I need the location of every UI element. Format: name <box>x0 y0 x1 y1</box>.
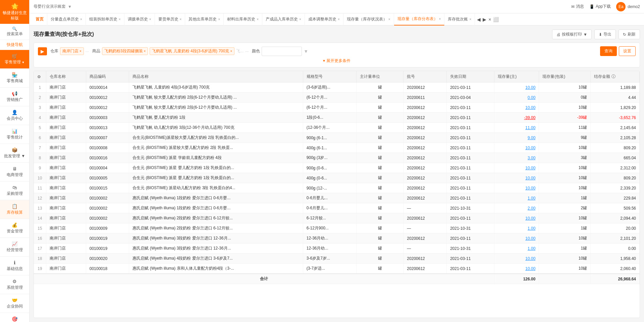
cell-stock-main[interactable]: 10.00 <box>494 183 539 193</box>
nav-tab-chengbentiaozhen[interactable]: 成本调整单历史 × <box>305 13 343 25</box>
warehouse-tag[interactable]: 南岸门店 × <box>60 47 84 55</box>
cell-stock-main[interactable]: 10.00 <box>494 173 539 183</box>
cell-name[interactable]: 惠氏启赋 (Wyeth illuma) 亲和人体儿童配方奶粉4段（3-... <box>129 264 303 274</box>
expand-conditions[interactable]: ▾ 展开更多条件 <box>38 58 636 64</box>
cell-name[interactable]: 惠氏启赋 (Wyeth illuma) 2段奶粉 爱尔兰进口 6-12月较... <box>129 223 303 233</box>
goods-tag-2[interactable]: 飞鹤星飞帆 儿童奶粉 4段(3-6岁适用) 700克 × <box>150 47 234 55</box>
nav-tab-cailiaochuku[interactable]: 材料出库单历史 × <box>224 13 262 25</box>
cell-name[interactable]: 飞鹤星飞帆 较大婴儿配方奶粉 2段(6-12个月婴幼儿适用) ... <box>129 103 303 113</box>
app-download-button[interactable]: 📱 App下载 <box>589 4 611 9</box>
nav-tab-kucunpicizhan[interactable]: 库存批次账 × <box>444 13 475 25</box>
quick-nav-button[interactable]: 快捷导航 <box>0 40 29 50</box>
sidebar-item-retail[interactable]: 🛒 零售管理 ▼ <box>0 50 29 69</box>
cell-name[interactable]: 惠氏启赋 (Wyeth illuma) 2段奶粉 爱尔兰进口 6-12月较... <box>129 213 303 223</box>
cell-stock-main[interactable]: 10.00 <box>494 213 539 223</box>
sidebar-item-inventory[interactable]: 📋 库存核算 <box>0 200 29 219</box>
cell-code: 00100018 <box>86 264 129 274</box>
sidebar-item-retail-stats[interactable]: 📊 零售统计 <box>0 125 29 144</box>
nav-scroll-left[interactable]: ◀ <box>476 17 481 22</box>
cell-stock-main[interactable]: 10.00 <box>494 264 539 274</box>
cell-name[interactable]: 合生元 (BIOSTIME) 派星 婴儿配方奶粉 1段 乳铁蛋白的... <box>129 163 303 173</box>
goods-extra[interactable]: ··· <box>245 49 249 54</box>
cell-stock-main[interactable]: 2.00 <box>494 203 539 213</box>
cell-stock-main[interactable]: 10.00 <box>494 83 539 93</box>
cell-name[interactable]: 惠氏启赋 (Wyeth illuma) 3段奶粉 爱尔兰进口 12-36月... <box>129 244 303 254</box>
print-template-button[interactable]: 🖨 按模板打印 ▼ <box>552 30 592 39</box>
cell-stock-main[interactable]: 1.00 <box>494 193 539 203</box>
user-menu[interactable]: Ea demo2 <box>616 2 640 11</box>
table-row: 7南岸门店00100008合生元 (BIOSTIME) 派星较大婴儿配方奶粉 2… <box>34 143 640 153</box>
sidebar-item-system[interactable]: ⚙ 系统管理 <box>0 275 29 294</box>
cell-name[interactable]: 合生元(BIOSTIME)派星较大婴儿配方奶粉 2段 乳铁蛋白的... <box>129 133 303 143</box>
warehouse-more[interactable]: ··· <box>86 49 89 54</box>
cell-name[interactable]: 惠氏启赋 (Wyeth illuma) 1段奶粉 爱尔兰进口 0-6月婴... <box>129 203 303 213</box>
cell-stock-main[interactable]: 10.00 <box>494 163 539 173</box>
cell-stock-main[interactable]: 10.00 <box>494 143 539 153</box>
nav-tab-qtchuku[interactable]: 其他出库单历史 × <box>185 13 224 25</box>
cell-unit: 罐 <box>357 244 404 254</box>
cell-name[interactable]: 合生元 (BIOSTIME) 派星较大婴儿配方奶粉 2段 乳铁蛋... <box>129 143 303 153</box>
warehouse-tag-close[interactable]: × <box>79 49 82 53</box>
sidebar-item-ecommerce[interactable]: 🖥 电商管理 <box>0 163 29 181</box>
col-settings[interactable]: ⚙ <box>34 71 46 83</box>
color-input[interactable] <box>262 47 302 56</box>
nav-restore[interactable]: ⬜ <box>492 17 499 22</box>
goods-tag-2-close[interactable]: × <box>230 49 232 53</box>
export-button[interactable]: ⬇ 导出 <box>594 30 616 39</box>
cell-stock-main[interactable]: 1.00 <box>494 244 539 254</box>
sidebar-item-guide[interactable]: 🎯 新手引导 <box>0 313 29 322</box>
cell-name[interactable]: 飞鹤星飞帆 较大婴儿配方奶粉 2段(6-12个月婴幼儿适用) ... <box>129 93 303 103</box>
sidebar-item-mall[interactable]: 🏪 零售商城 <box>0 69 29 88</box>
nav-tab-zuzhangcaijian[interactable]: 组装拆卸单历史 × <box>86 13 124 25</box>
sidebar-item-purchase[interactable]: 🛍 采购管理 <box>0 181 29 200</box>
nav-tab-xiancunliang-status[interactable]: 现存量（库存状况表） × <box>343 13 394 25</box>
nav-home[interactable]: 首页 <box>32 13 47 25</box>
sidebar-item-wholesale[interactable]: 📦 批发管理 ▼ <box>0 144 29 163</box>
cell-name[interactable]: 惠氏启赋 (Wyeth illuma) 4段奶粉 爱尔兰进口 3-6岁及7... <box>129 254 303 264</box>
cell-batch: 20200611 <box>404 93 447 103</box>
cell-name[interactable]: 飞鹤星飞帆 儿童奶粉 4段(3-6岁适用) 700克 <box>129 83 303 93</box>
nav-scroll-right[interactable]: ▶ <box>482 17 487 22</box>
cell-stock-main[interactable]: 9.00 <box>494 133 539 143</box>
nav-tab-fenliangpandian[interactable]: 分量盘点单历史 × <box>47 13 86 25</box>
search-menu-button[interactable]: 🔍 搜索菜单 <box>0 24 29 40</box>
account-selector[interactable]: 母婴行业演示账套 ▼ <box>34 4 72 9</box>
messages-button[interactable]: ✉ 消息 <box>571 4 584 9</box>
cell-name[interactable]: 惠氏启赋 (Wyeth illuma) 3段奶粉 爱尔兰进口 12-36月... <box>129 233 303 244</box>
refresh-button[interactable]: ↻ 刷新 <box>619 30 640 39</box>
settings-button[interactable]: 设置 <box>619 46 636 56</box>
goods-tag-1-close[interactable]: × <box>144 49 146 53</box>
query-button[interactable]: 查询 <box>600 46 617 56</box>
sidebar-item-member[interactable]: 👤 会员中心 <box>0 106 29 125</box>
cell-stock-main[interactable]: 10.00 <box>494 254 539 264</box>
sidebar-item-marketing[interactable]: 📢 营销推广 <box>0 88 29 106</box>
cell-name[interactable]: 飞鹤星飞帆 婴儿配方奶粉 1段 <box>129 113 303 123</box>
color-dropdown[interactable]: ▼ <box>304 49 308 54</box>
cell-stock-main[interactable]: 1.00 <box>494 223 539 233</box>
nav-tab-chengpinruku[interactable]: 产成品入库单历史 × <box>262 13 305 25</box>
goods-tag-1[interactable]: 飞鹤奶粉3段四罐捆装 × <box>102 47 148 55</box>
cell-expire: 2021-03-04 <box>446 93 494 103</box>
nav-tab-diaobo[interactable]: 调拨单历史 × <box>124 13 155 25</box>
sidebar-item-enterprise[interactable]: 🤝 企业协同 <box>0 294 29 313</box>
nav-tab-xiancunliang-dist[interactable]: 现存量（库存分布表） × <box>394 13 445 25</box>
sidebar-item-finance[interactable]: 💰 资金管理 <box>0 219 29 238</box>
cell-stock-main[interactable]: 0.00 <box>494 93 539 103</box>
cell-batch: 20200612 <box>404 113 447 123</box>
nav-tab-yaohuo[interactable]: 要货单历史 × <box>155 13 185 25</box>
cell-stock-main[interactable]: -39.00 <box>494 113 539 123</box>
cell-name[interactable]: 合生元 (BIOSTIME) 派星 学龄前儿童配方奶粉 4段 <box>129 153 303 163</box>
sidebar-item-operations[interactable]: 📈 经营管理 <box>0 238 29 257</box>
cell-name[interactable]: 合生元 (BIOSTIME) 派星 婴儿配方奶粉 1段 乳铁蛋白的... <box>129 173 303 183</box>
sidebar-item-basic-info[interactable]: ℹ 基础信息 <box>0 257 29 275</box>
cell-stock-main[interactable]: 10.00 <box>494 103 539 113</box>
cell-name[interactable]: 惠氏启赋 (Wyeth illuma) 1段奶粉 爱尔兰进口 0-6月婴... <box>129 193 303 203</box>
cell-stock-main[interactable]: 10.00 <box>494 233 539 244</box>
cell-name[interactable]: 飞鹤星飞帆 幼儿配方奶粉 3段(12-36个月幼儿适用) 700克 <box>129 123 303 133</box>
cell-stock-main[interactable]: 11.00 <box>494 123 539 133</box>
goods-more[interactable]: 飞... <box>236 48 244 54</box>
cell-name[interactable]: 合生元 (BIOSTIME) 派星幼儿配方奶粉 3段 乳铁蛋白的4... <box>129 183 303 193</box>
filter-expand-button[interactable]: ▶ <box>38 47 47 55</box>
cell-stock-main[interactable]: 3.00 <box>494 153 539 163</box>
nav-close-all[interactable]: × <box>488 17 492 22</box>
